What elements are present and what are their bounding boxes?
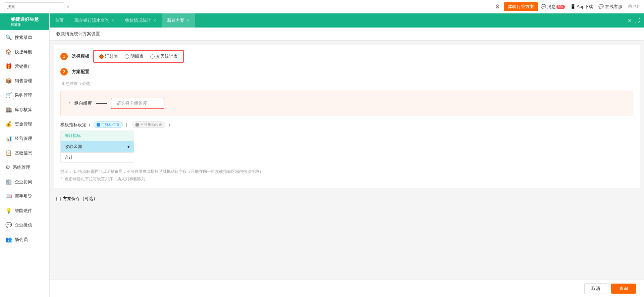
gear-icon[interactable]: ⚙: [495, 3, 500, 10]
main-card: 1 选择模板 汇总表 明细表 交叉统计表: [54, 45, 640, 188]
metrics-section: 模板指标设定（ 可拖动位置 ） 不可拖动位置 ）: [60, 121, 633, 163]
radio-detail-label: 明细表: [130, 53, 144, 59]
tab-label-receipt-stat: 收款情况统计: [125, 17, 151, 23]
sidebar-item-sales[interactable]: 📦销售管理: [0, 73, 49, 88]
metrics-category-header: 统计指标: [61, 131, 134, 141]
sidebar-item-guide[interactable]: 📖新手引导: [0, 189, 49, 203]
user-area[interactable]: 用户名: [628, 4, 640, 9]
sidebar-item-quick-nav[interactable]: 🏠快捷导航: [0, 45, 49, 59]
sidebar-label-inventory: 库存核算: [15, 107, 32, 113]
sidebar-icon-system: ⚙: [5, 164, 10, 170]
sidebar-item-operations[interactable]: 📊经营管理: [0, 131, 49, 146]
radio-cross[interactable]: 交叉统计表: [150, 53, 178, 59]
query-button[interactable]: 查询: [611, 284, 636, 294]
sidebar-label-operations: 经营管理: [15, 136, 32, 142]
sidebar-icon-finance: 💰: [5, 121, 12, 127]
dropdown-icon[interactable]: ▾: [127, 144, 130, 149]
sidebar-icon-enterprise: 🏢: [5, 179, 12, 185]
dimension-row: * 纵向维度 —— 请选择分组维度: [69, 98, 625, 109]
sidebar-item-system[interactable]: ⚙系统管理: [0, 160, 49, 175]
radio-detail[interactable]: 明细表: [125, 53, 144, 59]
sidebar-label-basic-info: 基础信息: [15, 150, 32, 156]
cancel-button[interactable]: 取消: [584, 283, 607, 294]
message-badge: 99+: [556, 5, 565, 9]
sidebar-label-search-menu: 搜索菜单: [15, 35, 32, 41]
sidebar-item-member[interactable]: 👥畅会员: [0, 232, 49, 247]
radio-cross-label: 交叉统计表: [156, 53, 178, 59]
dimension-arrow: ——: [96, 100, 107, 106]
sidebar-icon-guide: 📖: [5, 193, 12, 199]
step2-section: 2 方案配置 汇总维度（必选） * 纵向维度 —— 请选择分组维度: [60, 68, 633, 183]
sidebar-icon-marketing: 🎁: [5, 63, 12, 69]
maximize-icon[interactable]: ⛶: [635, 17, 640, 23]
step2-row: 2 方案配置: [60, 68, 633, 76]
sidebar: 畅捷通好生意 标准版 🔍搜索菜单🏠快捷导航🎁营销推广📦销售管理🛒采购管理🏬库存核…: [0, 13, 50, 297]
dimension-area: * 纵向维度 —— 请选择分组维度: [60, 91, 633, 116]
sidebar-item-basic-info[interactable]: 📋基础信息: [0, 146, 49, 160]
bottom-action-bar: 取消 查询: [50, 280, 644, 297]
page-title: 收款情况统计方案设置: [56, 31, 100, 36]
top-search-input[interactable]: [4, 2, 64, 11]
sidebar-item-search-menu[interactable]: 🔍搜索菜单: [0, 30, 49, 45]
save-plan-checkbox[interactable]: [56, 197, 61, 201]
page-footer: 方案保存（可选）: [50, 192, 644, 205]
sidebar-icon-quick-nav: 🏠: [5, 49, 12, 55]
tab-bank-query[interactable]: 现金银行流水查询✕: [69, 13, 120, 28]
tab-new-plan[interactable]: 新建方案✕: [162, 13, 195, 28]
main-layout: 畅捷通好生意 标准版 🔍搜索菜单🏠快捷导航🎁营销推广📦销售管理🛒采购管理🏬库存核…: [0, 13, 644, 297]
tab-home[interactable]: 首页: [50, 13, 69, 28]
sidebar-icon-member: 👥: [5, 236, 12, 243]
tab-close-new-plan[interactable]: ✕: [186, 18, 190, 23]
step1-row: 1 选择模板 汇总表 明细表 交叉统计表: [60, 50, 633, 63]
sidebar-label-purchase: 采购管理: [15, 92, 32, 98]
save-plan-label: 方案保存（可选）: [63, 196, 98, 202]
sidebar-item-finance[interactable]: 💰资金管理: [0, 117, 49, 131]
page-content: 收款情况统计方案设置 1 选择模板 汇总表 明细表: [50, 28, 644, 280]
dimension-section-label: 汇总维度（必选）: [60, 81, 633, 87]
sidebar-item-inventory[interactable]: 🏬库存核算: [0, 102, 49, 117]
metrics-table: 统计指标 收款金额 ▾ 合计: [60, 131, 134, 163]
sidebar-icon-inventory: 🏬: [5, 106, 12, 113]
sidebar-icon-purchase: 🛒: [5, 92, 12, 98]
vertical-dim-label: 纵向维度: [74, 100, 92, 106]
message-area[interactable]: 💬 消息99+: [541, 4, 565, 10]
radio-summary[interactable]: 汇总表: [99, 53, 118, 59]
tab-label-bank-query: 现金银行流水查询: [74, 17, 109, 23]
dimension-select[interactable]: 请选择分组维度: [111, 98, 164, 109]
metrics-subitem-total: 合计: [61, 153, 134, 162]
tab-close-receipt-stat[interactable]: ✕: [153, 18, 156, 23]
search-area: ▾: [4, 2, 492, 11]
sidebar-item-enterprise[interactable]: 🏢企业协同: [0, 175, 49, 189]
sidebar-label-member: 畅会员: [15, 237, 28, 243]
required-star: *: [69, 101, 70, 106]
sidebar-icon-smart-hw: 💡: [5, 207, 12, 214]
metrics-header: 模板指标设定（ 可拖动位置 ） 不可拖动位置 ）: [60, 121, 633, 128]
sidebar-label-enterprise: 企业协同: [15, 179, 32, 185]
metrics-item-amount[interactable]: 收款金额 ▾: [61, 141, 134, 153]
sidebar-item-marketing[interactable]: 🎁营销推广: [0, 59, 49, 73]
tip-title: 提示： 1. 拖动标题栏可以调整布局，不可跨维度或指标区域拖动目字段（只能在同一…: [60, 168, 633, 176]
sidebar-icon-wechat: 💬: [5, 222, 12, 228]
template-selection: 汇总表 明细表 交叉统计表: [93, 50, 184, 63]
sidebar-item-smart-hw[interactable]: 💡智能硬件: [0, 203, 49, 218]
tab-bar: 首页现金银行流水查询✕收款情况统计✕新建方案✕ ✕ ⛶: [50, 13, 644, 28]
sidebar-item-wechat[interactable]: 💬企业微信: [0, 218, 49, 232]
tab-receipt-stat[interactable]: 收款情况统计✕: [120, 13, 162, 28]
sidebar-item-purchase[interactable]: 🛒采购管理: [0, 88, 49, 102]
top-bar: ▾ ⚙ 体验行业方案 💬 消息99+ 📱 App下载 💬 在线客服 用户名: [0, 0, 644, 13]
tab-label-home: 首页: [55, 17, 64, 23]
support-area[interactable]: 💬 在线客服: [598, 4, 623, 10]
sidebar-label-guide: 新手引导: [15, 193, 32, 199]
step2-label: 方案配置: [72, 69, 89, 75]
sidebar-label-sales: 销售管理: [15, 78, 32, 84]
close-window-icon[interactable]: ✕: [628, 17, 632, 24]
tab-label-new-plan: 新建方案: [167, 17, 184, 23]
step1-circle: 1: [60, 53, 68, 60]
sidebar-logo: 畅捷通好生意 标准版: [0, 13, 49, 30]
trial-button[interactable]: 体验行业方案: [504, 2, 538, 11]
sidebar-label-smart-hw: 智能硬件: [15, 208, 32, 214]
search-dropdown-icon[interactable]: ▾: [66, 3, 69, 10]
tab-close-bank-query[interactable]: ✕: [111, 18, 114, 23]
download-area[interactable]: 📱 App下载: [570, 4, 593, 10]
save-checkbox-area[interactable]: 方案保存（可选）: [56, 196, 98, 202]
